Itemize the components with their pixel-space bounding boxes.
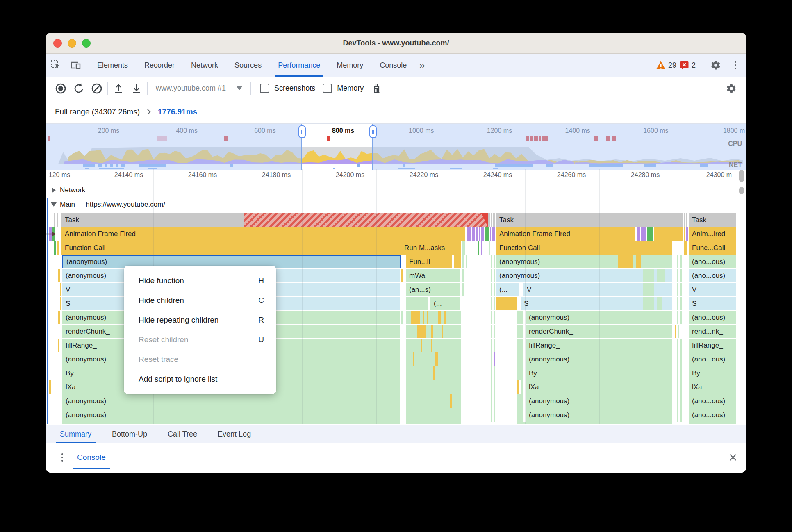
flame-bar[interactable]: (ano...ous) xyxy=(689,352,736,366)
flame-strip[interactable] xyxy=(680,408,682,422)
flame-strip[interactable] xyxy=(517,311,523,324)
flame-strip[interactable] xyxy=(677,408,678,422)
context-menu-item[interactable]: Hide childrenC xyxy=(124,291,276,310)
flame-strip[interactable] xyxy=(480,241,480,255)
flame-strip[interactable] xyxy=(677,269,678,282)
flame-bar[interactable]: (... xyxy=(496,283,519,296)
flame-strip[interactable] xyxy=(643,269,654,282)
flame-strip[interactable] xyxy=(680,394,682,408)
tab-performance[interactable]: Performance xyxy=(270,54,328,77)
flame-strip[interactable] xyxy=(60,283,61,296)
flame-strip[interactable] xyxy=(60,297,61,310)
flame-strip[interactable] xyxy=(450,394,452,408)
flame-strip[interactable] xyxy=(54,213,55,227)
breadcrumb-full-range[interactable]: Full range (34307.26ms) xyxy=(55,107,140,116)
flame-bar[interactable]: (anonymous) xyxy=(526,311,672,324)
warnings-badge[interactable]: 29 xyxy=(656,61,676,70)
tab-bottom-up[interactable]: Bottom-Up xyxy=(106,425,153,443)
record-button[interactable] xyxy=(52,80,70,98)
flame-strip[interactable] xyxy=(684,213,685,227)
flame-strip[interactable] xyxy=(517,366,523,380)
flame-bar[interactable]: (anonymous) xyxy=(526,394,672,408)
flame-strip[interactable] xyxy=(491,408,492,422)
tab-elements[interactable]: Elements xyxy=(89,54,136,77)
flame-strip[interactable] xyxy=(517,352,523,366)
flame-strip[interactable] xyxy=(494,255,495,268)
flame-strip[interactable] xyxy=(680,297,682,310)
tab-event-log[interactable]: Event Log xyxy=(212,425,257,443)
tab-memory[interactable]: Memory xyxy=(328,54,371,77)
flame-bar[interactable]: (anonymous) xyxy=(526,408,672,422)
flame-strip[interactable] xyxy=(491,339,492,352)
flame-strip[interactable] xyxy=(675,325,676,338)
flame-strip[interactable] xyxy=(62,422,400,424)
flame-strip[interactable] xyxy=(58,339,59,352)
flame-strip[interactable] xyxy=(406,422,461,424)
flame-strip[interactable] xyxy=(657,269,665,282)
context-menu-item[interactable]: Hide functionH xyxy=(124,271,276,291)
history-select[interactable]: www.youtube.com #1 xyxy=(149,84,249,93)
flame-strip[interactable] xyxy=(680,269,682,282)
more-tabs-button[interactable]: » xyxy=(415,54,429,77)
flame-bar[interactable]: Function Call xyxy=(496,241,672,255)
flame-bar[interactable]: (ano...ous) xyxy=(689,311,736,324)
flame-strip[interactable] xyxy=(493,213,495,227)
flame-strip[interactable] xyxy=(491,311,492,324)
flame-bar[interactable]: fillRange_ xyxy=(526,339,672,352)
flame-strip[interactable] xyxy=(491,255,492,268)
more-options-button[interactable] xyxy=(729,61,742,69)
flame-strip[interactable] xyxy=(494,366,495,380)
context-menu-item[interactable]: Add script to ignore list xyxy=(124,369,276,389)
flame-strip[interactable] xyxy=(417,325,426,338)
flame-strip[interactable] xyxy=(494,394,495,408)
flame-bar[interactable]: Animation Frame Fired xyxy=(61,227,465,241)
capture-settings-button[interactable] xyxy=(722,80,740,98)
flame-bar[interactable]: Task xyxy=(496,213,683,227)
flame-strip[interactable] xyxy=(58,311,60,324)
flame-strip[interactable] xyxy=(677,380,678,394)
flame-strip[interactable] xyxy=(689,422,736,424)
flame-bar[interactable]: (ano...ous) xyxy=(689,255,736,268)
flame-bar[interactable]: (anonymous) xyxy=(526,352,672,366)
minimize-window-button[interactable] xyxy=(68,39,76,48)
flame-bar[interactable]: (... xyxy=(430,297,460,310)
flame-strip[interactable] xyxy=(521,380,523,394)
flame-strip[interactable] xyxy=(444,311,446,324)
flame-bar[interactable]: fillRange_ xyxy=(689,339,736,352)
flame-strip[interactable] xyxy=(401,269,403,282)
flame-bar[interactable]: renderChunk_ xyxy=(526,325,672,338)
flame-strip[interactable] xyxy=(491,380,492,394)
flame-strip[interactable] xyxy=(481,227,484,241)
flame-bar[interactable]: Animation Frame Fired xyxy=(496,227,635,241)
selection-left-handle[interactable] xyxy=(298,125,306,138)
flame-strip[interactable] xyxy=(57,213,58,227)
flame-strip[interactable] xyxy=(686,213,687,227)
flame-bar[interactable]: lXa xyxy=(526,380,672,394)
clear-button[interactable] xyxy=(88,80,106,98)
flame-strip[interactable] xyxy=(677,394,678,408)
flame-strip[interactable] xyxy=(406,380,461,394)
close-drawer-button[interactable] xyxy=(727,452,739,463)
flame-bar[interactable]: By xyxy=(526,366,672,380)
flame-strip[interactable] xyxy=(438,311,441,324)
flame-strip[interactable] xyxy=(677,255,678,268)
flame-strip[interactable] xyxy=(677,352,678,366)
flame-bar[interactable]: Task xyxy=(689,213,736,227)
tab-call-tree[interactable]: Call Tree xyxy=(162,425,203,443)
timeline-overview[interactable]: 200 ms400 ms600 ms800 ms1000 ms1200 ms14… xyxy=(46,123,746,170)
flame-strip[interactable] xyxy=(453,311,453,324)
flame-strip[interactable] xyxy=(491,269,492,282)
flame-strip[interactable] xyxy=(472,227,475,241)
flame-strip[interactable] xyxy=(462,269,464,282)
screenshots-checkbox[interactable] xyxy=(260,84,269,93)
tab-recorder[interactable]: Recorder xyxy=(136,54,183,77)
flame-bar[interactable]: (anonymous) xyxy=(496,255,672,268)
flame-strip[interactable] xyxy=(491,325,492,338)
close-window-button[interactable] xyxy=(53,39,62,48)
flame-strip[interactable] xyxy=(485,227,489,241)
tab-network[interactable]: Network xyxy=(183,54,226,77)
flame-strip[interactable] xyxy=(406,297,428,310)
flame-strip[interactable] xyxy=(423,311,424,324)
flame-strip[interactable] xyxy=(636,255,641,268)
load-profile-button[interactable] xyxy=(109,80,127,98)
